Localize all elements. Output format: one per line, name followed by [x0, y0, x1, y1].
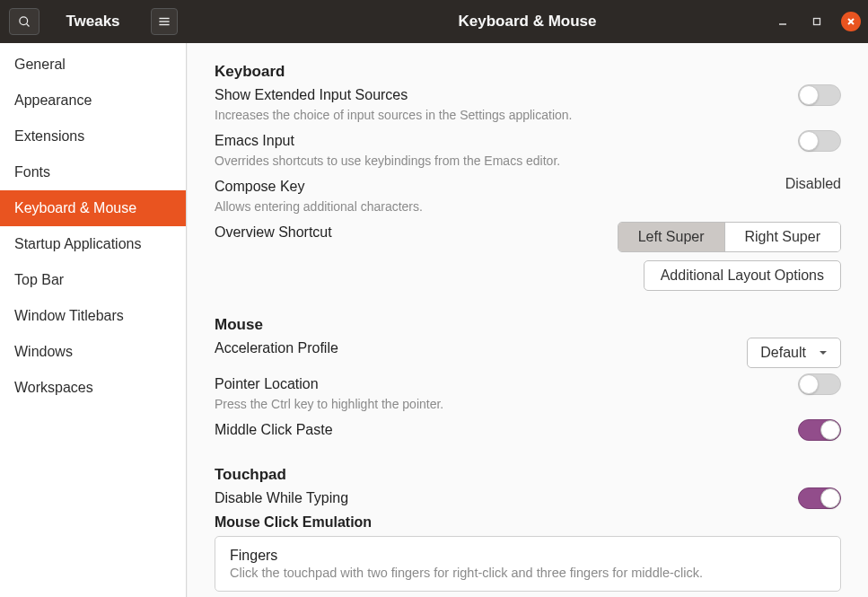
emulation-fingers-desc: Click the touchpad with two fingers for … [230, 566, 826, 580]
sidebar-item-window-titlebars[interactable]: Window Titlebars [0, 298, 186, 334]
chevron-down-icon [819, 348, 828, 357]
svg-rect-3 [159, 21, 169, 22]
pointer-location-desc: Press the Ctrl key to highlight the poin… [215, 395, 780, 414]
maximize-button[interactable] [807, 12, 827, 31]
section-title-keyboard: Keyboard [215, 63, 841, 81]
minimize-button[interactable] [773, 12, 793, 31]
close-button[interactable] [841, 12, 861, 31]
close-icon [846, 17, 855, 26]
sidebar-item-fonts[interactable]: Fonts [0, 154, 186, 190]
titlebar: Tweaks Keyboard & Mouse [0, 0, 868, 43]
overview-shortcut-label: Overview Shortcut [215, 222, 600, 243]
emacs-input-toggle[interactable] [798, 130, 841, 152]
sidebar: GeneralAppearanceExtensionsFontsKeyboard… [0, 43, 187, 597]
minimize-icon [778, 17, 787, 26]
section-title-mouse: Mouse [215, 316, 841, 334]
page-title: Keyboard & Mouse [187, 13, 868, 31]
compose-key-label: Compose Key [215, 176, 767, 198]
emacs-input-desc: Overrides shortcuts to use keybindings f… [215, 152, 780, 171]
content-area: Keyboard Show Extended Input Sources Inc… [187, 43, 868, 597]
middle-click-paste-label: Middle Click Paste [215, 419, 780, 441]
accel-profile-dropdown[interactable]: Default [747, 338, 841, 368]
disable-while-typing-label: Disable While Typing [215, 487, 780, 509]
svg-rect-6 [814, 19, 820, 25]
additional-layout-options-button[interactable]: Additional Layout Options [644, 260, 841, 291]
show-extended-desc: Increases the choice of input sources in… [215, 106, 780, 125]
sidebar-item-keyboard-mouse[interactable]: Keyboard & Mouse [0, 190, 186, 226]
emulation-option-fingers[interactable]: Fingers Click the touchpad with two fing… [215, 536, 841, 592]
accel-profile-value: Default [760, 345, 806, 361]
middle-click-paste-toggle[interactable] [798, 419, 841, 441]
overview-shortcut-left-super[interactable]: Left Super [618, 223, 724, 251]
sidebar-item-top-bar[interactable]: Top Bar [0, 262, 186, 298]
app-title: Tweaks [35, 13, 151, 31]
sidebar-item-extensions[interactable]: Extensions [0, 119, 186, 154]
search-icon [18, 15, 31, 29]
mouse-click-emulation-title: Mouse Click Emulation [215, 514, 841, 531]
compose-key-value[interactable]: Disabled [785, 176, 841, 192]
compose-key-desc: Allows entering additional characters. [215, 198, 767, 216]
emulation-fingers-label: Fingers [230, 548, 826, 564]
hamburger-menu-button[interactable] [151, 8, 178, 35]
show-extended-label: Show Extended Input Sources [215, 84, 780, 106]
disable-while-typing-toggle[interactable] [798, 487, 841, 509]
emacs-input-label: Emacs Input [215, 130, 780, 152]
overview-shortcut-segmented: Left Super Right Super [618, 222, 841, 252]
overview-shortcut-right-super[interactable]: Right Super [724, 223, 841, 251]
accel-profile-label: Acceleration Profile [215, 338, 729, 359]
pointer-location-toggle[interactable] [798, 373, 841, 395]
svg-rect-2 [159, 18, 169, 19]
svg-rect-4 [159, 24, 169, 25]
sidebar-item-startup-applications[interactable]: Startup Applications [0, 226, 186, 262]
sidebar-item-appearance[interactable]: Appearance [0, 83, 186, 119]
sidebar-item-workspaces[interactable]: Workspaces [0, 370, 186, 406]
show-extended-toggle[interactable] [798, 84, 841, 106]
section-title-touchpad: Touchpad [215, 466, 841, 484]
pointer-location-label: Pointer Location [215, 373, 780, 395]
maximize-icon [812, 17, 821, 26]
svg-line-1 [26, 23, 29, 26]
sidebar-item-general[interactable]: General [0, 47, 186, 83]
hamburger-icon [158, 15, 171, 28]
svg-point-0 [19, 16, 27, 24]
sidebar-item-windows[interactable]: Windows [0, 334, 186, 370]
